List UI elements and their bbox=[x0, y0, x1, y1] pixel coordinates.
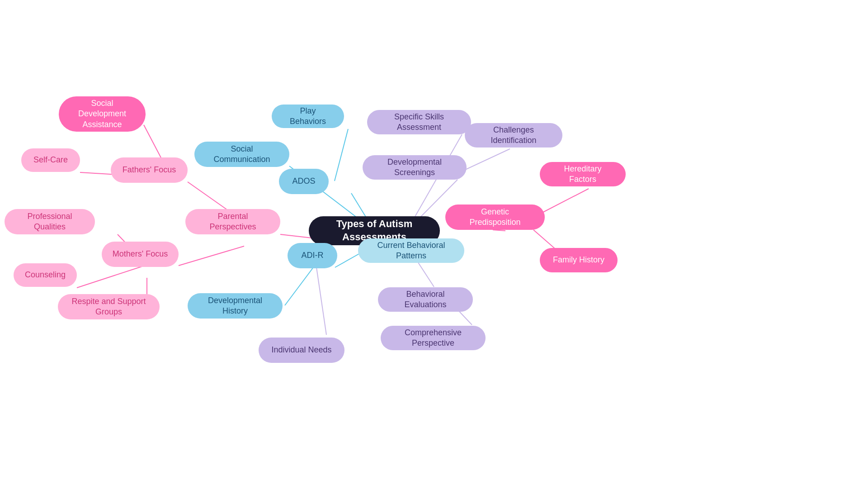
family-history-node: Family History bbox=[540, 248, 618, 272]
ados-node: ADOS bbox=[279, 169, 329, 194]
svg-line-4 bbox=[179, 246, 244, 266]
hereditary-node: Hereditary Factors bbox=[540, 162, 626, 186]
counseling-node: Counseling bbox=[14, 263, 77, 287]
fathers-focus-node: Fathers' Focus bbox=[111, 157, 188, 183]
self-care-node: Self-Care bbox=[21, 148, 80, 172]
challenges-node: Challenges Identification bbox=[465, 123, 562, 147]
individual-needs-node: Individual Needs bbox=[259, 338, 344, 363]
adir-node: ADI-R bbox=[288, 243, 337, 268]
mothers-focus-node: Mothers' Focus bbox=[102, 242, 179, 267]
parental-perspectives-node: Parental Perspectives bbox=[185, 209, 280, 234]
respite-node: Respite and Support Groups bbox=[58, 294, 160, 319]
svg-line-13 bbox=[316, 267, 326, 335]
play-behaviors-node: Play Behaviors bbox=[272, 105, 344, 128]
current-behavioral-node: Current Behavioral Patterns bbox=[358, 238, 464, 263]
svg-line-12 bbox=[285, 267, 313, 305]
social-dev-node: Social Development Assistance bbox=[59, 96, 146, 132]
genetic-predis-node: Genetic Predisposition bbox=[445, 205, 545, 230]
social-comm-node: Social Communication bbox=[194, 142, 289, 167]
dev-history-node: Developmental History bbox=[188, 293, 283, 319]
svg-line-10 bbox=[335, 129, 348, 181]
professional-qualities-node: Professional Qualities bbox=[5, 209, 95, 234]
svg-line-14 bbox=[493, 230, 505, 231]
dev-screenings-node: Developmental Screenings bbox=[363, 155, 467, 180]
specific-skills-node: Specific Skills Assessment bbox=[367, 110, 471, 134]
svg-line-6 bbox=[77, 266, 145, 288]
behavioral-eval-node: Behavioral Evaluations bbox=[378, 287, 473, 312]
comprehensive-node: Comprehensive Perspective bbox=[381, 326, 486, 350]
